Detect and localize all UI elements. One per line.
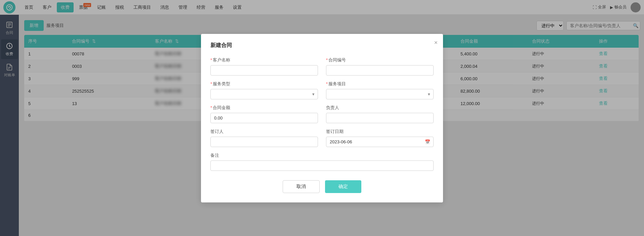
service-type-label: * 服务类型 <box>210 81 318 87</box>
sign-date-input[interactable] <box>326 137 434 147</box>
signer-label: 签订人 <box>210 129 318 135</box>
sign-date-label: 签订日期 <box>326 129 434 135</box>
sign-date-wrapper: 📅 <box>326 137 434 147</box>
service-type-select[interactable] <box>210 89 318 99</box>
service-type-field: * 服务类型 <box>210 81 318 99</box>
remark-field: 备注 <box>210 152 434 171</box>
dialog-title: 新建合同 <box>210 42 434 49</box>
signer-input[interactable] <box>210 137 318 147</box>
contract-amount-input[interactable] <box>210 113 318 123</box>
new-contract-dialog: 新建合同 × * 客户名称 * 合同编号 * <box>201 34 443 202</box>
responsible-field: 负责人 <box>326 105 434 123</box>
dialog-footer: 取消 确定 <box>210 180 434 193</box>
contract-no-input[interactable] <box>326 65 434 76</box>
service-item-select[interactable] <box>326 89 434 99</box>
remark-input[interactable] <box>210 160 434 171</box>
customer-name-field: * 客户名称 <box>210 57 318 76</box>
cancel-button[interactable]: 取消 <box>283 180 320 193</box>
contract-no-field: * 合同编号 <box>326 57 434 76</box>
responsible-input[interactable] <box>326 113 434 123</box>
signer-field: 签订人 <box>210 129 318 147</box>
confirm-button[interactable]: 确定 <box>325 180 361 193</box>
customer-name-label: * 客户名称 <box>210 57 318 63</box>
customer-name-input[interactable] <box>210 65 318 76</box>
service-item-wrapper <box>326 89 434 99</box>
contract-amount-label: * 合同金额 <box>210 105 318 111</box>
dialog-overlay: 新建合同 × * 客户名称 * 合同编号 * <box>0 0 644 236</box>
dialog-close-button[interactable]: × <box>434 39 438 46</box>
remark-label: 备注 <box>210 152 434 158</box>
contract-amount-field: * 合同金额 <box>210 105 318 123</box>
form-grid: * 客户名称 * 合同编号 * 服务类型 <box>210 57 434 147</box>
service-type-wrapper <box>210 89 318 99</box>
service-item-label: * 服务项目 <box>326 81 434 87</box>
sign-date-field: 签订日期 📅 <box>326 129 434 147</box>
responsible-label: 负责人 <box>326 105 434 111</box>
contract-no-label: * 合同编号 <box>326 57 434 63</box>
service-item-field: * 服务项目 <box>326 81 434 99</box>
